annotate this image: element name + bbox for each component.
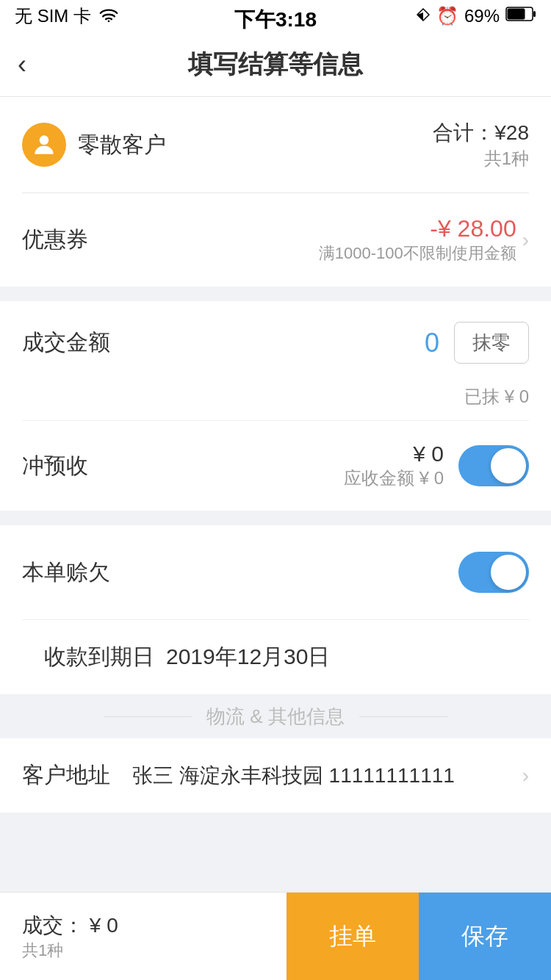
chevron-right-icon: › <box>522 228 529 252</box>
precharge-right: ¥ 0 应收金额 ¥ 0 <box>344 442 529 490</box>
customer-row: 零散客户 合计：¥28 共1种 <box>0 97 551 192</box>
logistics-line-left <box>104 716 192 717</box>
address-chevron-icon: › <box>522 764 529 788</box>
round-off-sub: 已抹 ¥ 0 <box>464 386 529 406</box>
battery-text: 69% <box>464 6 500 26</box>
bottom-summary: 成交： ¥ 0 共1种 <box>0 912 287 962</box>
round-off-button[interactable]: 抹零 <box>454 322 529 364</box>
address-card: 客户地址 张三 海淀永丰科技园 11111111111 › <box>0 738 551 813</box>
coupon-right: -¥ 28.00 满1000-100不限制使用金额 › <box>319 215 529 264</box>
carrier-text: 无 SIM 卡 <box>15 4 91 28</box>
logistics-divider: 物流 & 其他信息 <box>0 694 551 738</box>
address-row[interactable]: 客户地址 张三 海淀永丰科技园 11111111111 › <box>0 738 551 813</box>
logistics-text: 物流 & 其他信息 <box>104 704 447 729</box>
deal-value: ¥ 0 <box>90 914 118 937</box>
precharge-label: 冲预收 <box>22 451 88 481</box>
total-amount: 合计：¥28 <box>433 119 529 147</box>
location-icon <box>416 6 431 26</box>
status-left: 无 SIM 卡 <box>15 4 119 28</box>
nav-bar: ‹ 填写结算等信息 <box>0 32 551 97</box>
svg-rect-2 <box>533 11 536 17</box>
precharge-toggle[interactable] <box>458 445 529 486</box>
svg-point-4 <box>40 135 49 145</box>
page-title: 填写结算等信息 <box>188 48 363 82</box>
bottom-deal-row: 成交： ¥ 0 <box>22 912 264 940</box>
status-bar: 无 SIM 卡 下午3:18 ⏰ 69% <box>0 0 551 32</box>
svg-point-0 <box>108 21 110 22</box>
precharge-amounts: ¥ 0 应收金额 ¥ 0 <box>344 442 444 490</box>
address-value: 张三 海淀永丰科技园 11111111111 <box>132 762 522 790</box>
debt-row: 本单赊欠 <box>22 525 529 619</box>
battery-icon <box>505 6 536 26</box>
debt-toggle-knob <box>491 555 526 590</box>
due-date-row[interactable]: 收款到期日 2019年12月30日 <box>22 619 529 694</box>
customer-name: 零散客户 <box>78 130 166 160</box>
status-right: ⏰ 69% <box>416 6 536 26</box>
svg-rect-3 <box>508 9 525 20</box>
customer-right: 合计：¥28 共1种 <box>433 119 529 170</box>
back-button[interactable]: ‹ <box>18 49 26 80</box>
address-label: 客户地址 <box>22 760 110 790</box>
logistics-label: 物流 & 其他信息 <box>206 704 345 729</box>
status-time: 下午3:18 <box>234 6 317 34</box>
precharge-value: ¥ 0 <box>344 442 444 466</box>
customer-card: 零散客户 合计：¥28 共1种 优惠券 -¥ 28.00 满1000-100不限… <box>0 97 551 287</box>
debt-label: 本单赊欠 <box>22 558 110 588</box>
total-count: 共1种 <box>433 147 529 170</box>
due-date-label: 收款到期日 <box>44 642 154 672</box>
coupon-row[interactable]: 优惠券 -¥ 28.00 满1000-100不限制使用金额 › <box>0 193 551 287</box>
alarm-icon: ⏰ <box>436 6 458 26</box>
precharge-row: 冲预收 ¥ 0 应收金额 ¥ 0 <box>22 420 529 511</box>
hang-button[interactable]: 挂单 <box>287 893 419 980</box>
debt-toggle[interactable] <box>458 552 529 593</box>
due-date-value: 2019年12月30日 <box>166 642 330 672</box>
logistics-line-right <box>359 716 447 717</box>
bottom-count: 共1种 <box>22 940 264 962</box>
wifi-icon <box>98 6 119 26</box>
toggle-knob <box>491 448 526 483</box>
save-button[interactable]: 保存 <box>419 893 551 980</box>
coupon-info: -¥ 28.00 满1000-100不限制使用金额 <box>319 215 516 264</box>
bottom-bar: 成交： ¥ 0 共1种 挂单 保存 <box>0 892 551 980</box>
precharge-sub: 应收金额 ¥ 0 <box>344 466 444 490</box>
customer-left: 零散客户 <box>22 123 166 167</box>
coupon-desc: 满1000-100不限制使用金额 <box>319 242 516 264</box>
customer-avatar <box>22 123 66 167</box>
debt-section: 本单赊欠 收款到期日 2019年12月30日 <box>0 525 551 694</box>
transaction-amount-value[interactable]: 0 <box>395 328 439 359</box>
transaction-label: 成交金额 <box>22 328 110 358</box>
coupon-label: 优惠券 <box>22 225 88 255</box>
deal-prefix: 成交： <box>22 914 84 937</box>
content: 零散客户 合计：¥28 共1种 优惠券 -¥ 28.00 满1000-100不限… <box>0 97 551 930</box>
transaction-section: 成交金额 0 抹零 已抹 ¥ 0 冲预收 ¥ 0 应收金额 ¥ 0 <box>0 301 551 511</box>
transaction-row: 成交金额 0 抹零 <box>22 301 529 384</box>
coupon-amount: -¥ 28.00 <box>319 215 516 242</box>
transaction-right: 0 抹零 <box>395 322 529 364</box>
